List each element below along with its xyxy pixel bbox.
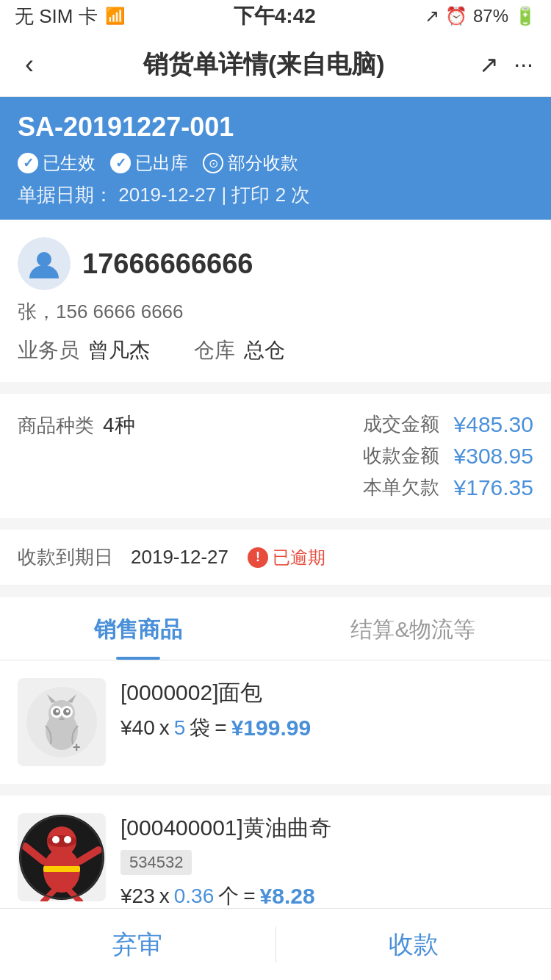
order-date-row: 单据日期： 2019-12-27 | 打印 2 次 [18,182,533,208]
product-price-cookies: ¥23 x 0.36 个 = ¥8.28 [120,882,533,910]
svg-point-11 [66,710,69,713]
badge-shipped: ✓ 已出库 [110,151,188,175]
multiply-sign-cookies: x [159,884,170,908]
overdue-label: 已逾期 [273,546,325,569]
tab-sales-products[interactable]: 销售商品 [0,597,276,660]
summary-right: 成交金额 ¥485.30 收款金额 ¥308.95 本单欠款 ¥176.35 [363,411,533,500]
qty-cookies: 0.36 [174,884,215,908]
wifi-icon: 📶 [105,7,125,26]
back-button[interactable]: ‹ [18,42,41,87]
deal-label: 成交金额 [363,411,439,437]
badge-partial: ⊙ 部分收款 [203,151,298,175]
badge-effective: ✓ 已生效 [18,151,96,175]
product-types-value: 4种 [103,411,135,439]
equals-cookies: = [243,884,255,908]
overdue-icon: ! [248,547,268,568]
multiply-sign-bread: x [159,716,170,740]
badge-effective-label: 已生效 [43,151,96,175]
check-icon: ✓ [18,153,38,173]
customer-phone-id: 17666666666 [82,248,253,280]
due-date-section: 收款到期日 2019-12-27 ! 已逾期 [0,530,551,586]
warehouse-label: 仓库 [194,336,235,364]
status-bar-right: ↗ ⏰ 87% 🔋 [425,6,536,26]
qty-bread: 5 [174,716,186,740]
salesman-value: 曾凡杰 [88,336,150,364]
debt-amount-row: 本单欠款 ¥176.35 [363,475,533,500]
collection-value: ¥308.95 [454,444,533,469]
share-icon[interactable]: ↗ [479,51,499,79]
print-count: 2 [276,184,286,206]
svg-point-0 [37,252,51,267]
alarm-icon: ⏰ [445,6,467,26]
order-id: SA-20191227-001 [18,112,533,143]
tab-settlement[interactable]: 结算&物流等 [276,597,551,660]
product-name-cookies: [000400001]黄油曲奇 [120,813,533,843]
nav-actions: ↗ ··· [479,51,533,79]
bottom-toolbar: 弃审 收款 [0,908,551,980]
date-label: 单据日期： [18,184,113,206]
product-name-bread: [0000002]面包 [120,678,533,708]
product-thumb-bread: + [18,678,106,766]
product-list: + [0000002]面包 ¥40 x 5 袋 = ¥199.99 [0,660,551,928]
order-date: 2019-12-27 [118,184,216,206]
battery-icon: 🔋 [514,6,536,26]
price-base-bread: ¥40 [120,716,155,740]
product-info-cookies: [000400001]黄油曲奇 534532 ¥23 x 0.36 个 = ¥8… [120,813,533,910]
order-header-banner: SA-20191227-001 ✓ 已生效 ✓ 已出库 ⊙ 部分收款 单据日期：… [0,97,551,220]
debt-value: ¥176.35 [454,475,533,500]
order-badges: ✓ 已生效 ✓ 已出库 ⊙ 部分收款 [18,151,533,175]
svg-point-17 [52,836,60,843]
customer-section: 17666666666 张，156 6666 6666 业务员 曾凡杰 仓库 总… [0,220,551,382]
location-icon: ↗ [425,6,439,26]
tabs-container: 销售商品 结算&物流等 [0,597,551,660]
status-bar: 无 SIM 卡 📶 下午4:42 ↗ ⏰ 87% 🔋 [0,0,551,32]
svg-point-16 [47,835,76,847]
product-price-bread: ¥40 x 5 袋 = ¥199.99 [120,714,533,742]
equals-bread: = [215,716,226,740]
battery-label: 87% [473,6,508,26]
check-icon-2: ✓ [110,153,131,173]
product-tag-cookies: 534532 [120,850,192,875]
more-icon[interactable]: ··· [514,51,533,78]
tab-settlement-label: 结算&物流等 [350,617,475,641]
badge-shipped-label: 已出库 [135,151,188,175]
overdue-badge: ! 已逾期 [248,546,325,569]
customer-sub-info: 张，156 6666 6666 [18,299,533,325]
unit-bread: 袋 [190,714,210,742]
collection-amount-row: 收款金额 ¥308.95 [363,443,533,469]
collection-label: 收款金额 [363,443,439,469]
product-types-row: 商品种类 4种 [18,411,135,439]
warehouse-value: 总仓 [244,336,285,364]
clock-icon: ⊙ [203,153,223,173]
salesman-label: 业务员 [18,336,79,364]
summary-section: 商品种类 4种 成交金额 ¥485.30 收款金额 ¥308.95 本单欠款 ¥… [0,394,551,518]
product-thumb-cookies [18,813,106,901]
total-cookies: ¥8.28 [260,884,315,909]
cancel-review-button[interactable]: 弃审 [0,913,276,976]
badge-partial-label: 部分收款 [228,151,298,175]
salesman-item: 业务员 曾凡杰 [18,336,150,364]
page-title: 销货单详情(来自电脑) [48,48,479,82]
summary-left: 商品种类 4种 [18,411,135,439]
product-types-label: 商品种类 [18,413,94,439]
svg-point-18 [64,836,71,843]
status-bar-left: 无 SIM 卡 📶 [15,4,125,29]
nav-bar: ‹ 销货单详情(来自电脑) ↗ ··· [0,32,551,97]
customer-meta: 业务员 曾凡杰 仓库 总仓 [18,336,533,364]
deal-amount-row: 成交金额 ¥485.30 [363,411,533,437]
carrier-label: 无 SIM 卡 [15,4,98,29]
time-label: 下午4:42 [234,2,316,30]
svg-point-10 [56,710,59,713]
svg-text:+: + [73,740,81,754]
total-bread: ¥199.99 [231,716,311,741]
collect-payment-button[interactable]: 收款 [276,913,552,976]
print-suffix: 次 [291,184,310,206]
due-date-value: 2019-12-27 [131,546,228,569]
unit-cookies: 个 [218,882,239,910]
warehouse-item: 仓库 总仓 [194,336,285,364]
due-date-label: 收款到期日 [18,544,113,570]
product-info-bread: [0000002]面包 ¥40 x 5 袋 = ¥199.99 [120,678,533,742]
avatar [18,237,71,290]
price-base-cookies: ¥23 [120,884,155,908]
customer-row: 17666666666 [18,237,533,290]
